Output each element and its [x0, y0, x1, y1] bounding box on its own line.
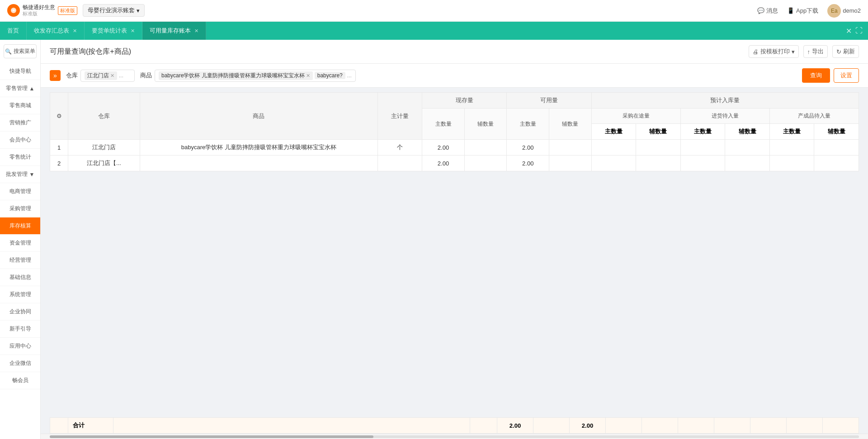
- tab-receive-send-close[interactable]: ✕: [73, 28, 77, 34]
- footer-incoming-aux-total: [750, 418, 787, 434]
- col-current-aux: 辅数量: [464, 109, 507, 140]
- sidebar-item-enterprise-label: 企业协同: [9, 308, 31, 315]
- industry-label: 母婴行业演示账套: [88, 6, 135, 14]
- print-btn[interactable]: 🖨 按模板打印 ▾: [749, 45, 799, 58]
- footer-current-main-total: 2.00: [497, 418, 533, 434]
- search-menu-btn[interactable]: 🔍 搜索菜单: [4, 44, 37, 58]
- arrow-icon: ▲: [29, 85, 35, 92]
- sidebar-item-finance-label: 资金管理: [9, 240, 31, 246]
- table-container[interactable]: ⚙ 仓库 商品 主计量 现存量 可用量 预计入库量 主数量 辅数量 主数量 辅数…: [41, 88, 868, 417]
- product-tag-1-remove[interactable]: ✕: [306, 73, 310, 79]
- settings-btn[interactable]: 设置: [834, 68, 859, 83]
- refresh-btn[interactable]: ↻ 刷新: [832, 45, 859, 58]
- search-icon: 🔍: [5, 48, 12, 55]
- sidebar-item-enterprise[interactable]: 企业协同: [0, 303, 40, 321]
- scrollbar-thumb: [50, 435, 373, 438]
- warehouse-tag-1: 江北门店 ✕: [85, 71, 117, 80]
- tab-home[interactable]: 首页: [0, 22, 27, 40]
- row-incoming-main: [680, 140, 725, 156]
- sidebar-item-app-center[interactable]: 应用中心: [0, 338, 40, 355]
- col-current-main: 主数量: [422, 109, 465, 140]
- sidebar-item-quick-nav[interactable]: 快捷导航: [0, 63, 40, 80]
- row-avail-aux: [549, 140, 592, 156]
- table-row: 1 江北门店 babycare学饮杯 儿童防摔防撞吸管杯重力球吸嘴杯宝宝水杯 个…: [50, 140, 859, 156]
- user-profile[interactable]: Ea demo2: [827, 4, 861, 18]
- sidebar-item-retail-stats[interactable]: 零售统计: [0, 149, 40, 166]
- close-all-icon[interactable]: ✕: [846, 27, 852, 35]
- sidebar-item-retail-mgmt[interactable]: 零售管理 ▲: [0, 80, 40, 97]
- warehouse-tag-1-remove[interactable]: ✕: [110, 73, 114, 79]
- row-production-aux: [814, 140, 859, 156]
- nav-tabs-bar: 首页 收发存汇总表 ✕ 要货单统计表 ✕ 可用量库存账本 ✕ ✕ ⛶: [0, 22, 868, 40]
- print-icon: 🖨: [753, 48, 759, 55]
- sidebar-item-finance[interactable]: 资金管理: [0, 235, 40, 252]
- product-filter-tags[interactable]: babycare学饮杯 儿童防摔防撞吸管杯重力球吸嘴杯宝宝水杯 ✕ babyca…: [155, 70, 356, 82]
- tab-available-stock-label: 可用量库存账本: [150, 27, 191, 35]
- message-btn[interactable]: 💬 消息: [757, 7, 778, 15]
- sidebar-search-area: 🔍 搜索菜单: [0, 40, 40, 63]
- chevron-right-icon: »: [53, 72, 57, 79]
- phone-icon: 📱: [787, 7, 794, 14]
- industry-selector[interactable]: 母婴行业演示账套 ▾: [83, 4, 145, 17]
- col-production-pending: 产成品待入量: [769, 109, 859, 124]
- sidebar-item-ecommerce[interactable]: 电商管理: [0, 183, 40, 200]
- filter-expand-btn[interactable]: »: [50, 70, 61, 81]
- arrow-down-icon: ▼: [29, 171, 35, 178]
- sidebar-item-inventory[interactable]: 库存核算: [0, 217, 40, 235]
- sidebar-item-purchase[interactable]: 采购管理: [0, 200, 40, 217]
- row-warehouse: 江北门店【...: [68, 156, 140, 171]
- sidebar-item-operations[interactable]: 经营管理: [0, 252, 40, 269]
- row-production-main: [769, 140, 814, 156]
- tab-order-stats[interactable]: 要货单统计表 ✕: [85, 22, 142, 40]
- sidebar-item-enterprise-wechat-label: 企业微信: [9, 360, 31, 366]
- footer-avail-aux-total: [606, 418, 642, 434]
- export-btn[interactable]: ↑ 导出: [803, 45, 828, 58]
- footer-avail-main-total: 2.00: [570, 418, 606, 434]
- row-current-aux: [464, 140, 507, 156]
- footer-area: 合计 2.00 2.00: [41, 417, 868, 434]
- row-production-main: [769, 156, 814, 171]
- sidebar-item-enterprise-wechat[interactable]: 企业微信: [0, 355, 40, 372]
- footer-production-aux-total: [823, 418, 859, 434]
- col-purchase-main: 主数量: [591, 124, 636, 140]
- sidebar-item-marketing[interactable]: 营销推广: [0, 114, 40, 132]
- app-download-btn[interactable]: 📱 App下载: [787, 7, 818, 15]
- sidebar-item-basic-info[interactable]: 基础信息: [0, 269, 40, 286]
- user-name: demo2: [843, 7, 861, 14]
- col-gear[interactable]: ⚙: [50, 93, 68, 140]
- col-current-stock: 现存量: [422, 93, 507, 109]
- footer-purchase-main-total: [642, 418, 678, 434]
- page-header: 可用量查询(按仓库+商品) 🖨 按模板打印 ▾ ↑ 导出 ↻ 刷新: [41, 40, 868, 64]
- col-warehouse: 仓库: [68, 93, 140, 140]
- bottom-scrollbar[interactable]: [41, 434, 868, 439]
- footer-label-cell: 合计: [68, 418, 113, 434]
- row-current-main: 2.00: [422, 140, 465, 156]
- product-tag-2: babycare?: [315, 72, 345, 79]
- sidebar-item-operations-label: 经营管理: [9, 257, 31, 263]
- sidebar-item-wholesale-mgmt[interactable]: 批发管理 ▼: [0, 166, 40, 183]
- warehouse-ellipsis[interactable]: ...: [119, 72, 123, 79]
- warehouse-filter-tags[interactable]: 江北门店 ✕ ...: [80, 70, 135, 82]
- query-btn[interactable]: 查询: [802, 68, 830, 83]
- scrollbar-track: [50, 435, 859, 438]
- tab-available-stock[interactable]: 可用量库存账本 ✕: [142, 22, 206, 40]
- sidebar-item-member[interactable]: 会员中心: [0, 132, 40, 149]
- col-incoming-pending: 进货待入量: [680, 109, 769, 124]
- col-forecast-in: 预计入库量: [591, 93, 859, 109]
- product-tag-2-text: babycare?: [317, 72, 343, 79]
- tab-receive-send[interactable]: 收发存汇总表 ✕: [27, 22, 85, 40]
- col-available: 可用量: [507, 93, 591, 109]
- product-ellipsis[interactable]: ...: [347, 72, 352, 79]
- footer-gear-cell: [50, 418, 68, 434]
- table-row: 2 江北门店【... 2.00 2.00: [50, 156, 859, 171]
- row-warehouse: 江北门店: [68, 140, 140, 156]
- sidebar-item-system-mgmt[interactable]: 系统管理: [0, 286, 40, 303]
- expand-icon[interactable]: ⛶: [855, 27, 863, 35]
- tab-available-stock-close[interactable]: ✕: [194, 28, 198, 34]
- col-purchase-in-transit: 采购在途量: [591, 109, 680, 124]
- sidebar-item-member-plus[interactable]: 畅会员: [0, 372, 40, 389]
- sidebar-item-retail-store[interactable]: 零售商城: [0, 97, 40, 114]
- tab-order-stats-close[interactable]: ✕: [131, 28, 135, 34]
- sidebar-item-member-label: 会员中心: [9, 137, 31, 143]
- sidebar-item-new-guide[interactable]: 新手引导: [0, 321, 40, 338]
